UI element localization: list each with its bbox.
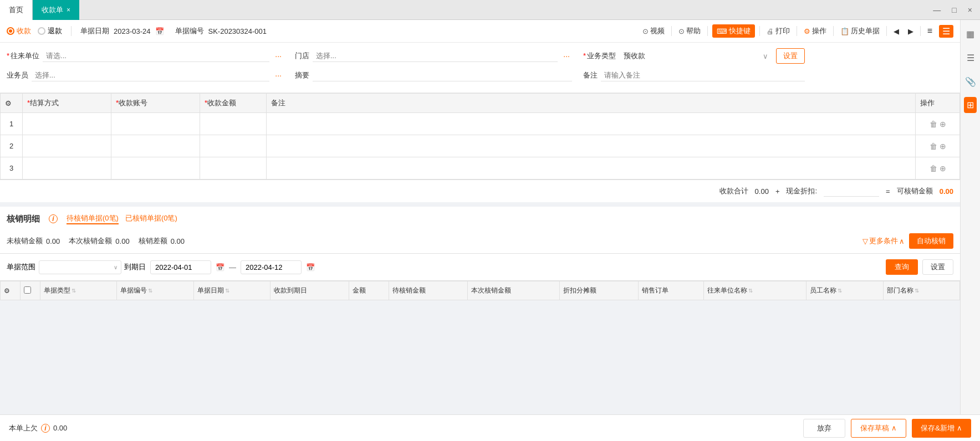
col-amount-header: *收款金额 <box>200 94 267 113</box>
sidebar-doc-icon[interactable]: ☰ <box>963 49 978 66</box>
btn-video[interactable]: ⊙ 视频 <box>640 25 667 37</box>
doc-info: 单据日期 2023-03-24 📅 单据编号 SK-20230324-001 <box>80 26 267 36</box>
col-settings-header[interactable]: ⚙ <box>1 94 23 113</box>
salesman-more-btn[interactable]: ··· <box>273 71 284 80</box>
discount-input[interactable] <box>824 186 879 197</box>
settings-button[interactable]: 设置 <box>776 48 805 64</box>
current-top-value: 0.00 <box>53 424 67 432</box>
tab-done[interactable]: 已核销单据(0笔) <box>125 213 177 224</box>
tab-close-icon[interactable]: × <box>67 6 70 14</box>
detail-col-pending: 待核销金额 <box>389 281 467 300</box>
btn-next[interactable]: ▶ <box>906 26 916 37</box>
minimize-button[interactable]: — <box>930 4 944 16</box>
select-all-checkbox[interactable] <box>24 286 31 294</box>
calendar-to-icon[interactable]: 📅 <box>306 263 315 271</box>
detail-col-employee: 员工名称⇅ <box>807 281 883 300</box>
row-3-delete-icon[interactable]: 🗑 <box>930 164 937 173</box>
btn-grid[interactable]: ≡ <box>925 25 935 37</box>
row-3-account[interactable] <box>111 157 200 180</box>
sidebar-clip-icon[interactable]: 📎 <box>962 73 979 90</box>
detail-col-counterpart: 往来单位名称⇅ <box>704 281 807 300</box>
filter-row: 未核销金额 0.00 本次核销金额 0.00 核销差额 0.00 ▽ 更多条件 … <box>0 229 960 254</box>
summary-row: 收款合计 0.00 + 现金折扣: = 可核销金额 0.00 <box>0 180 960 202</box>
row-3-settlement[interactable] <box>23 157 111 180</box>
btn-list[interactable]: ☰ <box>939 25 953 38</box>
current-top-info-icon[interactable]: i <box>41 424 50 433</box>
calendar-icon[interactable]: 📅 <box>155 27 164 35</box>
verify-info-icon[interactable]: i <box>49 214 58 223</box>
row-num-2: 2 <box>1 135 23 157</box>
date-range-field: 到期日 📅 — 📅 <box>124 260 315 274</box>
calendar-from-icon[interactable]: 📅 <box>216 263 224 271</box>
summary-input[interactable] <box>313 69 572 81</box>
detail-col-checkbox[interactable] <box>21 281 40 300</box>
sidebar-table-icon[interactable]: ▦ <box>963 25 978 43</box>
btn-history[interactable]: 📋 历史单据 <box>838 25 882 37</box>
row-2-settlement[interactable] <box>23 135 111 157</box>
tab-active[interactable]: 收款单 × <box>33 0 79 20</box>
equals-sign: = <box>886 187 890 196</box>
diff-amount: 核销差额 0.00 <box>139 236 185 246</box>
counterpart-input[interactable] <box>43 50 269 62</box>
business-type-dropdown-icon[interactable]: ∨ <box>763 52 768 60</box>
row-1-account[interactable] <box>111 113 200 135</box>
col-settlement-header: *结算方式 <box>23 94 111 113</box>
abandon-button[interactable]: 放弃 <box>803 419 845 438</box>
row-2-copy-icon[interactable]: ⊕ <box>940 142 946 151</box>
divider-5 <box>797 26 797 36</box>
store-more-btn[interactable]: ··· <box>561 52 572 60</box>
btn-shortcut[interactable]: ⌨ 快捷键 <box>712 24 755 38</box>
btn-prev[interactable]: ◀ <box>891 26 901 37</box>
remarks-input[interactable] <box>601 69 805 81</box>
business-type-field: *业务类型 预收款 ∨ 设置 <box>583 48 805 64</box>
row-3-amount[interactable] <box>200 157 267 180</box>
row-1-copy-icon[interactable]: ⊕ <box>940 120 946 129</box>
radio-tuikuan[interactable]: 退款 <box>38 26 62 36</box>
section-tabs: 待核销单据(0笔) 已核销单据(0笔) <box>67 213 177 224</box>
radio-shoukuan[interactable]: 收款 <box>7 26 31 36</box>
form-row-2: 业务员 ··· 摘要 备注 <box>7 69 953 81</box>
row-2-delete-icon[interactable]: 🗑 <box>930 142 937 151</box>
docnum-value: SK-20230324-001 <box>208 27 267 35</box>
row-1-amount[interactable] <box>200 113 267 135</box>
row-2-amount[interactable] <box>200 135 267 157</box>
save-draft-button[interactable]: 保存草稿 ∧ <box>851 419 906 438</box>
counterpart-label: *往来单位 <box>7 51 39 61</box>
btn-print[interactable]: 🖨 打印 <box>764 25 792 37</box>
date-to-input[interactable] <box>241 260 302 274</box>
row-1-remarks[interactable] <box>267 113 916 135</box>
detail-col-discount: 折扣分摊额 <box>559 281 638 300</box>
row-1-settlement[interactable] <box>23 113 111 135</box>
row-1-delete-icon[interactable]: 🗑 <box>930 120 937 129</box>
date-setting-button[interactable]: 设置 <box>922 259 953 275</box>
date-filter-right: 查询 设置 <box>886 259 953 275</box>
row-3-copy-icon[interactable]: ⊕ <box>940 164 946 173</box>
row-2-account[interactable] <box>111 135 200 157</box>
date-from-input[interactable] <box>150 260 211 274</box>
detail-col-settings[interactable]: ⚙ <box>1 281 21 300</box>
store-input[interactable] <box>313 50 558 62</box>
divider-8 <box>920 26 921 36</box>
row-2-remarks[interactable] <box>267 135 916 157</box>
close-button[interactable]: × <box>964 4 976 16</box>
tab-bar: 首页 收款单 × — □ × <box>0 0 980 20</box>
query-button[interactable]: 查询 <box>886 259 918 275</box>
save-new-button[interactable]: 保存&新增 ∧ <box>912 419 971 438</box>
row-3-remarks[interactable] <box>267 157 916 180</box>
auto-verify-button[interactable]: 自动核销 <box>909 233 953 249</box>
btn-operation[interactable]: ⚙ 操作 <box>802 25 829 37</box>
doc-range-select[interactable] <box>39 260 121 274</box>
tab-home[interactable]: 首页 <box>0 0 33 20</box>
sidebar-active-icon[interactable]: ⊞ <box>964 97 977 113</box>
more-conditions-link[interactable]: ▽ 更多条件 ∧ <box>862 236 905 246</box>
counterpart-more-btn[interactable]: ··· <box>273 52 284 60</box>
tab-pending[interactable]: 待核销单据(0笔) <box>67 213 119 224</box>
divider-4 <box>759 26 760 36</box>
salesman-input[interactable] <box>32 69 269 81</box>
home-label: 首页 <box>9 5 23 15</box>
table-row: 2 🗑 ⊕ <box>1 135 960 157</box>
discount-label: 现金折扣: <box>786 186 817 196</box>
btn-help[interactable]: ⊙ 帮助 <box>676 25 703 37</box>
maximize-button[interactable]: □ <box>948 4 959 16</box>
radio-tuikuan-icon <box>38 27 45 35</box>
